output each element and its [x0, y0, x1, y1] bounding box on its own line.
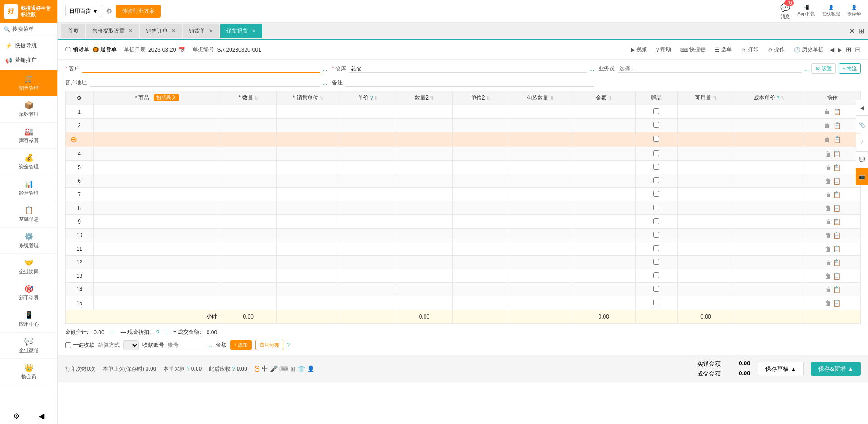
calendar-icon[interactable]: 📅: [179, 47, 185, 53]
delete-btn[interactable]: 🗑: [824, 108, 830, 115]
tab-sales-delivery[interactable]: 销货单 ✕: [183, 24, 219, 38]
gift-checkbox[interactable]: [653, 259, 659, 265]
address-input[interactable]: [90, 78, 320, 87]
copy-btn[interactable]: 📋: [833, 300, 840, 307]
unit2-cell[interactable]: [453, 105, 509, 119]
cost-cell[interactable]: [734, 132, 804, 147]
sidebar-item-inventory[interactable]: 🏭 库存核算: [0, 123, 57, 149]
delete-btn[interactable]: 🗑: [824, 122, 830, 129]
tab-close-sales-order[interactable]: ✕: [171, 28, 175, 34]
copy-btn[interactable]: 📋: [833, 205, 840, 212]
table-config-icon[interactable]: ⚙: [77, 95, 82, 101]
amount-cell[interactable]: [572, 105, 635, 119]
account-input[interactable]: [168, 342, 204, 348]
delete-btn[interactable]: 🗑: [825, 259, 831, 266]
copy-btn[interactable]: 📋: [833, 150, 840, 157]
sidebar-search[interactable]: 🔍 搜索菜单: [0, 23, 57, 36]
delete-btn[interactable]: 🗑: [825, 300, 831, 307]
customer-input[interactable]: [82, 64, 320, 73]
delete-btn[interactable]: 🗑: [825, 272, 831, 280]
amount-sort-icon[interactable]: ⇅: [608, 95, 612, 100]
gift-checkbox[interactable]: [653, 300, 659, 305]
message-btn[interactable]: 💬 70 消息: [780, 3, 790, 20]
customer-dots[interactable]: ...: [323, 66, 327, 72]
price-help-icon[interactable]: ?: [370, 95, 373, 100]
add-payment-btn[interactable]: + 添加: [230, 340, 251, 350]
tab-close-sales-return[interactable]: ✕: [252, 28, 256, 34]
right-star-btn[interactable]: ☆: [856, 134, 868, 150]
zhong-icon[interactable]: 中: [262, 365, 268, 373]
sidebar-item-wechat[interactable]: 💬 企业微信: [0, 333, 57, 359]
tab-close-all-btn[interactable]: ✕: [849, 27, 855, 35]
qty2-cell[interactable]: [396, 132, 453, 147]
unit2-cell[interactable]: [453, 132, 509, 147]
tab-expand-btn[interactable]: ⊞: [859, 27, 864, 35]
avail-sort-icon[interactable]: ⇅: [713, 95, 717, 100]
scan-input-btn[interactable]: 扫码录入: [154, 95, 179, 101]
sidebar-item-appcenter[interactable]: 📱 应用中心: [0, 306, 57, 333]
list-view-btn[interactable]: ⊞: [845, 45, 851, 54]
keyboard-icon[interactable]: ⌨: [279, 365, 288, 372]
radio-sales-delivery[interactable]: 销货单: [65, 46, 89, 53]
goods-cell[interactable]: [94, 132, 220, 147]
price-sort-icon[interactable]: ⇅: [374, 95, 378, 100]
sidebar-item-guide[interactable]: 🎯 新手引导: [0, 280, 57, 306]
unit-cell[interactable]: [276, 119, 340, 132]
copy-btn[interactable]: 📋: [833, 191, 840, 198]
person-icon[interactable]: 👤: [307, 365, 315, 372]
video-btn[interactable]: ▶ 视频: [628, 44, 650, 55]
note-input[interactable]: [345, 78, 594, 87]
user-avatar[interactable]: 👤 徐泽华: [847, 5, 861, 17]
gift-cell[interactable]: [635, 132, 677, 147]
tab-home[interactable]: 首页: [61, 24, 85, 38]
row-add-btn[interactable]: ⊕: [66, 132, 94, 147]
delete-btn[interactable]: 🗑: [825, 218, 831, 225]
settings-gear-icon[interactable]: ⚙: [106, 7, 112, 15]
avail-cell[interactable]: [678, 119, 734, 132]
operate-btn[interactable]: ⚙ 操作: [765, 44, 788, 55]
gift-checkbox[interactable]: [653, 205, 659, 210]
gift-checkbox[interactable]: [653, 108, 659, 114]
tab-sales-order[interactable]: 销售订单 ✕: [140, 24, 182, 38]
one-click-payment[interactable]: 一键收款: [65, 341, 94, 349]
gift-checkbox[interactable]: [653, 164, 659, 170]
receivable-help-icon[interactable]: ?: [232, 366, 235, 372]
delete-btn[interactable]: 🗑: [825, 232, 831, 239]
sidebar-item-member[interactable]: 👑 畅会员: [0, 359, 57, 385]
sidebar-item-sales[interactable]: 🛒 销售管理: [0, 70, 57, 96]
gift-checkbox[interactable]: [653, 136, 659, 142]
tab-price-settings[interactable]: 售价提取设置 ✕: [86, 24, 139, 38]
settings-icon[interactable]: ⚙: [13, 412, 19, 420]
discount-help-icon[interactable]: ?: [156, 329, 159, 336]
delete-btn[interactable]: 🗑: [825, 164, 831, 171]
copy-btn[interactable]: 📋: [833, 122, 841, 129]
radio-sales-return[interactable]: 退货单: [93, 46, 117, 53]
right-message-btn[interactable]: 💬: [856, 151, 868, 167]
cost-cell[interactable]: [734, 119, 804, 132]
fee-split-btn[interactable]: 费用分摊: [255, 340, 283, 350]
industry-select[interactable]: 日用百货 ▼: [65, 5, 102, 17]
qty2-sort-icon[interactable]: ⇅: [430, 95, 434, 100]
copy-btn[interactable]: 📋: [833, 108, 841, 115]
delete-btn[interactable]: 🗑: [825, 150, 831, 157]
help-btn[interactable]: ? 帮助: [653, 44, 674, 55]
qty-cell[interactable]: [220, 132, 277, 147]
address-dots[interactable]: ...: [323, 80, 327, 86]
save-draft-btn[interactable]: 保存草稿 ▲: [758, 362, 804, 376]
sidebar-item-marketing[interactable]: 📢 营销推广: [0, 53, 57, 68]
print-btn[interactable]: 🖨 打印: [738, 44, 761, 55]
nav-next-btn[interactable]: ▶: [838, 47, 842, 53]
price-cell[interactable]: [340, 119, 396, 132]
amount-cell[interactable]: [572, 132, 635, 147]
gift-checkbox[interactable]: [653, 232, 659, 238]
goods-input[interactable]: [96, 136, 217, 143]
select-btn[interactable]: ☰ 选单: [712, 44, 735, 55]
pkg-cell[interactable]: [509, 132, 572, 147]
warehouse-dots[interactable]: ...: [590, 66, 594, 72]
copy-btn[interactable]: 📋: [833, 164, 840, 171]
pkg-sort-icon[interactable]: ⇅: [550, 95, 554, 100]
gift-cell[interactable]: [635, 119, 677, 132]
sidebar-item-operations[interactable]: 📊 经营管理: [0, 175, 57, 201]
save-new-btn[interactable]: 保存&新增 ▲: [811, 362, 861, 376]
amount-cell[interactable]: [572, 119, 635, 132]
